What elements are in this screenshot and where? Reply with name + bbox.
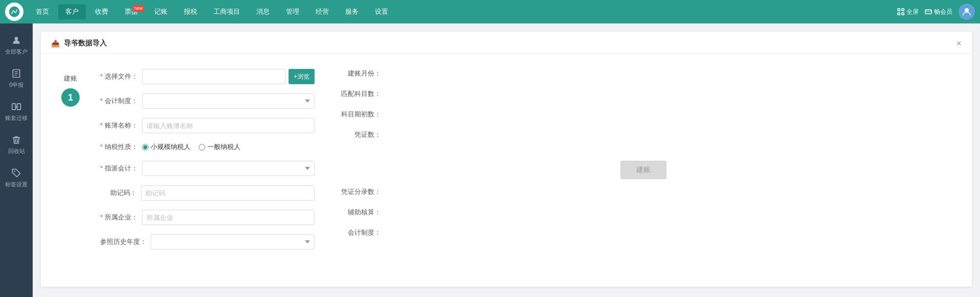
svg-point-11 [14,170,15,172]
main-content: 📤 导爷数据导入 × 建账 1 选择文件： [33,23,980,297]
company-row: 所属企业： [100,210,315,225]
voucher-entries-label: 凭证分录数： [335,187,381,196]
tax-radio-group: 小规模纳税人 一般纳税人 [142,142,315,152]
sidebar-item-tags[interactable]: 标签设置 [0,161,33,194]
sidebar-item-zero-declaration[interactable]: 0申报 [0,62,33,95]
svg-rect-2 [902,9,904,11]
period-row: 科目期初数： [335,110,951,119]
accountant-label: 指派会计： [100,164,138,173]
file-row: 选择文件： +浏览 [100,69,315,84]
accounting-row: 会计制度： [100,93,315,109]
file-input-row: +浏览 [142,69,315,84]
svg-point-7 [15,37,18,40]
memo-label: 助记码： [100,188,137,197]
trash-icon [11,134,22,145]
build-btn-area: 建账 [335,151,951,179]
accounting-label: 会计制度： [100,96,138,106]
ledger-row: 账簿名称： [100,118,315,133]
tax-small-input[interactable] [142,144,149,151]
build-button[interactable]: 建账 [620,161,666,179]
accounting-info-label: 会计制度： [335,228,381,237]
nav-item-tax[interactable]: 报税 [177,4,204,19]
svg-rect-1 [898,9,900,11]
nav-item-invoice[interactable]: 票据 new [117,4,145,19]
sidebar-item-recycle[interactable]: 回收站 [0,128,33,161]
month-label: 建账月份： [335,69,381,78]
new-badge: new [132,5,144,12]
company-input[interactable] [142,210,315,225]
ledger-input[interactable] [142,118,315,133]
nav-item-clients[interactable]: 客户 [58,4,86,19]
nav-item-accounting[interactable]: 记账 [147,4,175,19]
nav-item-billing[interactable]: 收费 [88,4,115,19]
dialog-header: 📤 导爷数据导入 × [41,32,972,54]
close-button[interactable]: × [956,39,962,48]
voucher-label: 凭证数： [335,130,381,139]
info-section: 建账月份： 匹配科目数： 科目期初数： 凭证数： [335,69,951,259]
voucher-entries-row: 凭证分录数： [335,187,951,196]
svg-rect-10 [17,104,21,110]
nav-item-management[interactable]: 管理 [279,4,306,19]
tax-general-input[interactable] [199,144,205,151]
sidebar-item-migrate[interactable]: 账套迁移 [0,95,33,128]
browse-button[interactable]: +浏览 [289,69,315,84]
tax-general-radio[interactable]: 一般纳税人 [199,142,241,152]
accountant-row: 指派会计： [100,161,315,176]
nav-right: 全屏 畅会员 [897,4,975,20]
month-row: 建账月份： [335,69,951,78]
svg-point-6 [965,8,969,12]
company-label: 所属企业： [100,213,138,222]
nav-item-operations[interactable]: 经营 [308,4,336,19]
accountant-select[interactable] [142,161,315,176]
step-label: 建账 [64,74,77,83]
top-navigation: 首页 客户 收费 票据 new 记账 报税 工商项目 消息 管理 经营 服务 设… [0,0,980,23]
dialog-body: 建账 1 选择文件： +浏览 会计制度： [41,54,972,274]
accounting-select[interactable] [142,93,315,109]
tax-row: 纳税性质： 小规模纳税人 一般纳税人 [100,142,315,152]
user-avatar[interactable] [959,4,975,20]
memo-input[interactable] [141,185,315,201]
nav-items: 首页 客户 收费 票据 new 记账 报税 工商项目 消息 管理 经营 服务 设… [29,4,897,19]
history-select[interactable] [151,234,315,250]
vip-button[interactable]: 畅会员 [925,8,952,16]
aux-row: 辅助核算： [335,208,951,217]
svg-rect-3 [898,13,900,15]
svg-rect-5 [925,10,931,14]
voucher-row: 凭证数： [335,130,951,139]
svg-rect-9 [12,104,16,110]
sidebar: 全部客户 0申报 账套迁移 [0,23,33,297]
tax-small-radio[interactable]: 小规模纳税人 [142,142,190,152]
import-icon: 📤 [51,39,60,47]
dialog-title: 📤 导爷数据导入 [51,39,107,48]
match-label: 匹配科目数： [335,89,381,98]
history-label: 参照历史年度： [100,237,147,246]
match-row: 匹配科目数： [335,89,951,98]
memo-row: 助记码： [100,185,315,201]
file-label: 选择文件： [100,72,138,81]
form-section: 选择文件： +浏览 会计制度： [100,69,315,259]
accounting-info-row: 会计制度： [335,228,951,237]
tag-icon [11,167,22,179]
ledger-label: 账簿名称： [100,121,138,130]
aux-label: 辅助核算： [335,208,381,217]
nav-item-home[interactable]: 首页 [29,4,56,19]
fullscreen-button[interactable]: 全屏 [897,8,919,16]
file-text-input[interactable] [142,69,285,84]
sidebar-item-all-clients[interactable]: 全部客户 [0,29,33,62]
nav-item-business[interactable]: 工商项目 [206,4,247,19]
main-layout: 全部客户 0申报 账套迁移 [0,23,980,297]
logo[interactable] [5,3,23,21]
report-icon [11,68,22,79]
tax-label: 纳税性质： [100,142,138,152]
move-icon [11,101,22,112]
history-row: 参照历史年度： [100,234,315,250]
user-icon [11,35,22,46]
nav-item-settings[interactable]: 设置 [368,4,395,19]
step-circle: 1 [61,88,80,107]
nav-item-messages[interactable]: 消息 [249,4,277,19]
nav-item-service[interactable]: 服务 [338,4,366,19]
svg-rect-4 [902,13,904,15]
period-label: 科目期初数： [335,110,381,119]
step-area: 建账 1 [61,69,80,259]
dialog-panel: 📤 导爷数据导入 × 建账 1 选择文件： [41,32,972,287]
